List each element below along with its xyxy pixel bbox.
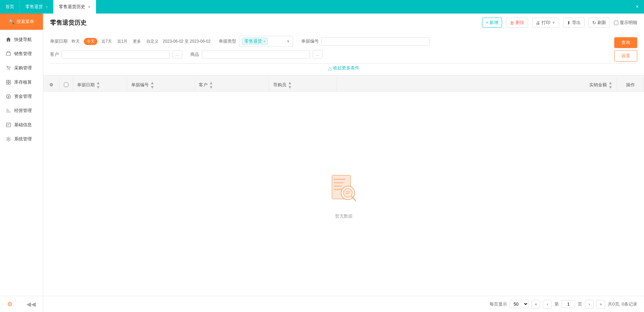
page-header: 零售退货历史 + 新增 🗑 删除 🖨 打印 ▼ ⬆ 导出 — [43, 14, 644, 75]
filter-area: 单据日期 昨天 今天 近7天 近1月 更多 自定义 2023-06-02 至 2… — [50, 32, 637, 75]
svg-rect-3 — [6, 80, 8, 82]
sidebar-settings-icon[interactable]: ⚙ — [7, 300, 13, 308]
prev-page-btn[interactable]: ‹ — [543, 300, 552, 309]
select-all-checkbox[interactable] — [64, 83, 68, 87]
svg-rect-5 — [6, 83, 8, 84]
sidebar-item-finance[interactable]: 资金管理 — [0, 89, 43, 104]
last-page-btn[interactable]: » — [596, 300, 605, 309]
empty-illustration — [324, 169, 364, 209]
filter-goods-item: 商品 ... — [190, 50, 323, 59]
customer-filter-label: 客户 — [50, 51, 59, 58]
per-page-select[interactable]: 50 10 20 100 — [510, 300, 529, 308]
date-shortcut-1month[interactable]: 近1月 — [116, 38, 129, 45]
sidebar-item-label: 快捷导航 — [14, 37, 32, 43]
sidebar: 🔍 搜索菜单 快捷导航 销售管理 采购管理 — [0, 14, 43, 312]
svg-rect-6 — [9, 83, 10, 84]
page-number-input[interactable] — [562, 300, 575, 308]
sort-guide-icon: ▲▼ — [288, 81, 292, 89]
date-filter-label: 单据日期 — [50, 38, 68, 44]
customer-ellipsis-btn[interactable]: ... — [172, 50, 182, 59]
filter-row-2: 客户 ... 商品 ... — [50, 50, 614, 59]
show-detail-checkbox-label[interactable]: 显示明细 — [614, 20, 637, 26]
type-filter-select[interactable]: 零售退货 × ▼ — [239, 36, 293, 47]
goods-filter-label: 商品 — [190, 51, 199, 58]
sidebar-item-basic-info[interactable]: 基础信息 — [0, 118, 43, 132]
type-filter-tag: 零售退货 × — [242, 38, 268, 45]
filter-number-item: 单据编号 — [301, 37, 430, 46]
tab-close-retail-return-history[interactable]: × — [88, 5, 90, 9]
type-tag-close[interactable]: × — [263, 39, 265, 43]
svg-rect-12 — [334, 182, 344, 183]
filter-customer-item: 客户 ... — [50, 50, 182, 59]
date-range-display: 2023-06-02 至 2023-06-02 — [163, 39, 210, 44]
date-shortcut-more[interactable]: 更多 — [132, 38, 142, 45]
export-button[interactable]: ⬆ 导出 — [563, 18, 585, 28]
svg-rect-11 — [334, 179, 345, 180]
svg-rect-4 — [9, 80, 10, 82]
collapse-icon: △ — [328, 66, 332, 71]
print-icon: 🖨 — [536, 20, 540, 25]
th-action: 操作 — [617, 78, 644, 91]
customer-filter-input[interactable] — [62, 50, 170, 59]
settings-button[interactable]: 设置 — [614, 50, 637, 62]
svg-line-17 — [352, 197, 356, 201]
number-filter-input[interactable] — [321, 37, 430, 46]
print-button[interactable]: 🖨 打印 ▼ — [532, 18, 559, 28]
th-checkbox[interactable] — [59, 78, 73, 91]
query-settings-col: 查询 设置 — [614, 36, 637, 62]
sidebar-item-label: 资金管理 — [14, 93, 32, 99]
tab-close-retail-return[interactable]: × — [46, 5, 48, 9]
tab-retail-return-history[interactable]: 零售退货历史 × — [53, 0, 96, 14]
th-date[interactable]: 单据日期 ▲▼ — [73, 78, 127, 91]
sidebar-item-quick-nav[interactable]: 快捷导航 — [0, 32, 43, 47]
sidebar-item-inventory[interactable]: 库存核算 — [0, 75, 43, 89]
goods-ellipsis-btn[interactable]: ... — [313, 50, 323, 59]
page-title-row: 零售退货历史 + 新增 🗑 删除 🖨 打印 ▼ ⬆ 导出 — [50, 18, 637, 28]
content: 零售退货历史 + 新增 🗑 删除 🖨 打印 ▼ ⬆ 导出 — [43, 14, 644, 312]
refresh-button[interactable]: ↻ 刷新 — [589, 18, 610, 28]
tab-home[interactable]: + 新增 首页 — [0, 0, 20, 14]
date-shortcut-7days[interactable]: 近7天 — [100, 38, 113, 45]
sidebar-item-label: 库存核算 — [14, 79, 32, 85]
goods-filter-input[interactable] — [202, 50, 310, 59]
tab-retail-return[interactable]: 零售退货 × — [20, 0, 53, 14]
date-shortcut-today[interactable]: 今天 — [84, 38, 97, 45]
th-number[interactable]: 单据编号 ▲▼ — [127, 78, 195, 91]
sidebar-item-label: 系统管理 — [14, 136, 32, 142]
th-customer[interactable]: 客户 ▲▼ — [195, 78, 269, 91]
query-button[interactable]: 查询 — [614, 37, 637, 48]
sales-icon — [5, 51, 11, 57]
inventory-icon — [5, 79, 11, 85]
purchase-icon — [5, 65, 11, 71]
per-page-label: 每页显示 — [490, 301, 507, 307]
date-shortcut-custom[interactable]: 自定义 — [145, 38, 160, 45]
th-settings[interactable]: ⚙ — [43, 78, 59, 91]
date-shortcut-yesterday[interactable]: 昨天 — [70, 38, 81, 45]
sidebar-search[interactable]: 🔍 搜索菜单 — [0, 14, 43, 30]
collapse-more-conditions-btn[interactable]: △ 收起更多条件 — [50, 63, 637, 72]
type-filter-label: 单据类型 — [219, 38, 236, 44]
sidebar-item-management[interactable]: 经营管理 — [0, 104, 43, 118]
delete-button[interactable]: 🗑 删除 — [506, 18, 528, 28]
table-area: ⚙ 单据日期 ▲▼ 单据编号 ▲▼ 客户 ▲▼ 导购员 — [43, 78, 644, 312]
filter-type-item: 单据类型 零售退货 × ▼ — [219, 36, 293, 47]
sidebar-item-system[interactable]: 系统管理 — [0, 132, 43, 146]
sort-number-icon: ▲▼ — [150, 81, 154, 89]
sidebar-menu-icon[interactable]: ◀◀ — [26, 300, 36, 308]
next-page-btn[interactable]: › — [585, 300, 594, 309]
tab-bar: + 新增 首页 零售退货 × 零售退货历史 × — [0, 0, 630, 14]
sidebar-item-sales[interactable]: 销售管理 — [0, 47, 43, 61]
sidebar-nav: 快捷导航 销售管理 采购管理 库存核算 — [0, 30, 43, 296]
sidebar-item-purchase[interactable]: 采购管理 — [0, 61, 43, 75]
th-guide[interactable]: 导购员 ▲▼ — [269, 78, 337, 91]
add-button[interactable]: + 新增 — [482, 18, 502, 28]
window-close-button[interactable]: × — [630, 0, 644, 14]
th-amount[interactable]: 实销金额 ▲▼ — [337, 78, 617, 91]
page-label: 页 — [578, 301, 582, 307]
first-page-btn[interactable]: « — [531, 300, 540, 309]
finance-icon — [5, 93, 11, 99]
sidebar-item-label: 基础信息 — [14, 122, 32, 128]
svg-rect-8 — [6, 123, 10, 127]
management-icon — [5, 108, 11, 114]
show-detail-checkbox[interactable] — [614, 21, 618, 25]
